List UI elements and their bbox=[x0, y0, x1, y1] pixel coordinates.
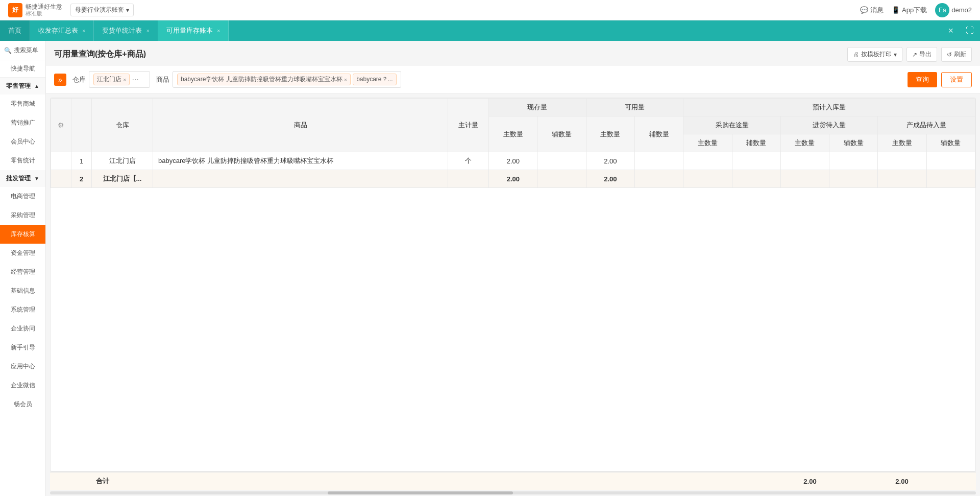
receive-send-tab-label: 收发存汇总表 bbox=[38, 26, 78, 35]
th-goods-arriving-main: 主数量 bbox=[780, 134, 829, 152]
scrollbar-thumb[interactable] bbox=[328, 491, 513, 494]
sidebar-item-enterprise-wechat[interactable]: 企业微信 bbox=[0, 376, 45, 395]
cell-product-main-0 bbox=[878, 152, 926, 170]
th-settings[interactable]: ⚙ bbox=[51, 99, 71, 152]
tab-close-available-stock[interactable]: × bbox=[217, 28, 220, 34]
inventory-table: ⚙ 仓库 商品 主计量 现存量 可用量 预计入库量 主数量 辅数量 主数量 bbox=[51, 98, 975, 188]
sidebar-item-system-mgmt[interactable]: 系统管理 bbox=[0, 300, 45, 319]
cell-purchase-main-1 bbox=[683, 170, 732, 188]
message-icon: 💬 bbox=[860, 6, 868, 14]
th-goods-arriving-aux: 辅数量 bbox=[829, 134, 878, 152]
chevron-down-icon: ▾ bbox=[126, 7, 129, 14]
cell-no-1: 2 bbox=[71, 170, 92, 188]
footer-current-main: 2.00 bbox=[787, 478, 833, 485]
quick-nav-item[interactable]: 快捷导航 bbox=[0, 60, 45, 78]
sidebar-item-inventory-check[interactable]: 库存核算 bbox=[0, 225, 45, 244]
layout: 🔍 搜索菜单 快捷导航 零售管理 ▲ 零售商城 营销推广 会员中心 零售统计 批… bbox=[0, 41, 980, 496]
sidebar-item-ecommerce-mgmt[interactable]: 电商管理 bbox=[0, 187, 45, 206]
app-download-button[interactable]: 📱 App下载 bbox=[892, 6, 927, 15]
sidebar-item-new-guide[interactable]: 新手引导 bbox=[0, 338, 45, 357]
sidebar-item-retail-mgmt[interactable]: 零售管理 ▲ bbox=[0, 78, 45, 95]
product-tag-1: babycare？... bbox=[353, 74, 396, 85]
tab-order-stats[interactable]: 要货单统计表 × bbox=[94, 20, 158, 41]
sidebar-item-member-center[interactable]: 会员中心 bbox=[0, 132, 45, 151]
product-filter-group: 商品 babycare学饮杯 儿童防摔防撞吸管杯重力球吸嘴杯宝宝水杯 × bab… bbox=[156, 71, 401, 88]
logo-area: 好 畅捷通好生意 标准版 bbox=[8, 3, 62, 17]
cell-product-0: babycare学饮杯 儿童防摔防撞吸管杯重力球吸嘴杯宝宝水杯 bbox=[153, 152, 448, 170]
sidebar-item-wholesale-mgmt[interactable]: 批发管理 ▼ bbox=[0, 170, 45, 187]
sidebar-item-basic-info[interactable]: 基础信息 bbox=[0, 281, 45, 300]
sidebar-item-app-center[interactable]: 应用中心 bbox=[0, 357, 45, 376]
cell-purchase-aux-1 bbox=[732, 170, 780, 188]
cell-available-aux-0 bbox=[634, 152, 683, 170]
main-content: 可用量查询(按仓库+商品) 🖨 按模板打印 ▾ ↗ 导出 ↺ 刷新 bbox=[46, 41, 980, 496]
table-row: 2 江北门店【... 2.00 2.00 bbox=[51, 170, 975, 188]
refresh-button[interactable]: ↺ 刷新 bbox=[941, 47, 972, 62]
product-tag-0: babycare学饮杯 儿童防摔防撞吸管杯重力球吸嘴杯宝宝水杯 × bbox=[177, 74, 351, 85]
th-current-stock-group: 现存量 bbox=[489, 99, 586, 116]
settings-button[interactable]: 设置 bbox=[941, 72, 972, 87]
cell-unit-0: 个 bbox=[448, 152, 489, 170]
available-stock-tab-label: 可用量库存账本 bbox=[166, 26, 213, 35]
industry-selector[interactable]: 母婴行业演示账套 ▾ bbox=[70, 4, 134, 16]
table-row: 1 江北门店 babycare学饮杯 儿童防摔防撞吸管杯重力球吸嘴杯宝宝水杯 个… bbox=[51, 152, 975, 170]
th-main-unit: 主计量 bbox=[448, 99, 489, 152]
cell-purchase-main-0 bbox=[683, 152, 732, 170]
tab-close-receive-send[interactable]: × bbox=[82, 28, 85, 34]
export-icon: ↗ bbox=[912, 51, 917, 58]
th-product: 商品 bbox=[153, 99, 448, 152]
tab-receive-send[interactable]: 收发存汇总表 × bbox=[30, 20, 94, 41]
filter-actions: 查询 设置 bbox=[908, 72, 972, 87]
sidebar-item-purchase-mgmt[interactable]: 采购管理 bbox=[0, 206, 45, 225]
top-bar-right: 💬 消息 📱 App下载 Ea demo2 bbox=[860, 3, 972, 17]
product-input[interactable]: babycare学饮杯 儿童防摔防撞吸管杯重力球吸嘴杯宝宝水杯 × babyca… bbox=[173, 71, 401, 88]
order-stats-tab-label: 要货单统计表 bbox=[102, 26, 142, 35]
remove-product-tag-0[interactable]: × bbox=[344, 77, 347, 83]
tab-available-stock[interactable]: 可用量库存账本 × bbox=[158, 20, 229, 41]
th-no bbox=[71, 99, 92, 152]
logo-icon: 好 bbox=[8, 3, 22, 17]
cell-no-0: 1 bbox=[71, 152, 92, 170]
avatar: Ea bbox=[935, 3, 949, 17]
sidebar-item-retail-mall[interactable]: 零售商城 bbox=[0, 95, 45, 113]
warehouse-tag: 江北门店 × bbox=[93, 74, 130, 85]
sidebar-item-marketing[interactable]: 营销推广 bbox=[0, 113, 45, 132]
th-current-aux-qty: 辅数量 bbox=[537, 116, 586, 152]
sidebar-item-enterprise-collab[interactable]: 企业协同 bbox=[0, 319, 45, 338]
th-warehouse: 仓库 bbox=[92, 99, 153, 152]
page-title: 可用量查询(按仓库+商品) bbox=[54, 49, 146, 60]
cell-available-main-0: 2.00 bbox=[586, 152, 634, 170]
th-available-aux-qty: 辅数量 bbox=[634, 116, 683, 152]
horizontal-scrollbar[interactable] bbox=[50, 491, 976, 494]
warehouse-input[interactable]: 江北门店 × ··· bbox=[89, 71, 150, 88]
message-button[interactable]: 💬 消息 bbox=[860, 6, 884, 15]
th-available-main-qty: 主数量 bbox=[586, 116, 634, 152]
page-actions: 🖨 按模板打印 ▾ ↗ 导出 ↺ 刷新 bbox=[847, 47, 972, 62]
cell-product-1 bbox=[153, 170, 448, 188]
top-bar: 好 畅捷通好生意 标准版 母婴行业演示账套 ▾ 💬 消息 📱 App下载 Ea … bbox=[0, 0, 980, 20]
sidebar-item-retail-stats[interactable]: 零售统计 bbox=[0, 151, 45, 170]
export-button[interactable]: ↗ 导出 bbox=[906, 47, 937, 62]
th-purchase-onway-main: 主数量 bbox=[683, 134, 732, 152]
sidebar-item-member[interactable]: 畅会员 bbox=[0, 395, 45, 414]
expand-tabs-button[interactable]: ⛶ bbox=[960, 26, 980, 35]
th-current-main-qty: 主数量 bbox=[489, 116, 537, 152]
cell-warehouse-0: 江北门店 bbox=[92, 152, 153, 170]
close-all-tabs-button[interactable]: × bbox=[942, 26, 960, 36]
cell-goods-main-0 bbox=[780, 152, 829, 170]
filter-expand-button[interactable]: » bbox=[54, 74, 66, 86]
chevron-down-icon3: ▾ bbox=[894, 51, 897, 58]
tab-home[interactable]: 首页 bbox=[0, 20, 30, 41]
remove-warehouse-tag[interactable]: × bbox=[123, 77, 126, 83]
warehouse-more[interactable]: ··· bbox=[132, 75, 138, 84]
print-template-button[interactable]: 🖨 按模板打印 ▾ bbox=[847, 47, 902, 62]
print-icon: 🖨 bbox=[853, 51, 859, 58]
user-avatar[interactable]: Ea demo2 bbox=[935, 3, 972, 17]
gear-icon[interactable]: ⚙ bbox=[58, 121, 64, 129]
search-menu-item[interactable]: 🔍 搜索菜单 bbox=[0, 41, 45, 60]
cell-purchase-aux-0 bbox=[732, 152, 780, 170]
query-button[interactable]: 查询 bbox=[908, 72, 937, 87]
sidebar-item-finance-mgmt[interactable]: 资金管理 bbox=[0, 244, 45, 263]
tab-close-order-stats[interactable]: × bbox=[146, 28, 149, 34]
sidebar-item-operations-mgmt[interactable]: 经营管理 bbox=[0, 263, 45, 281]
